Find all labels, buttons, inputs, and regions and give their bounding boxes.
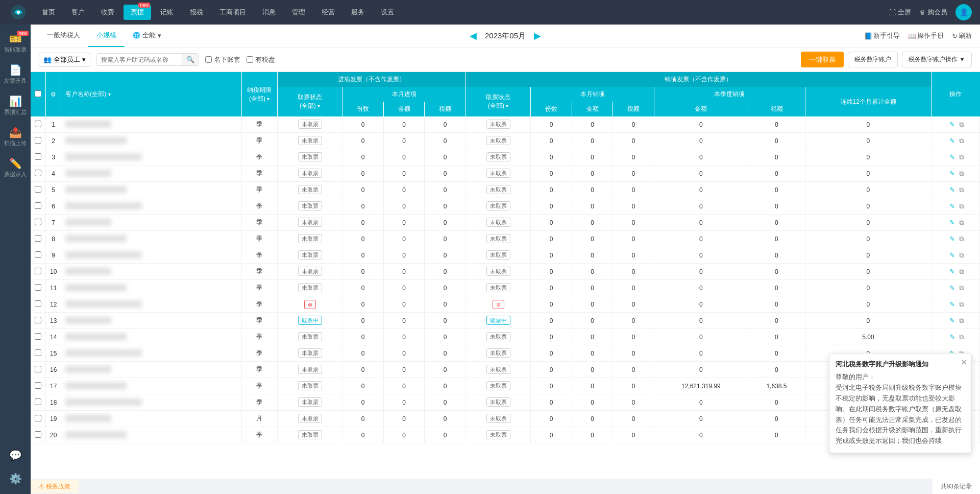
employee-select[interactable]: 👥 全部员工 ▾ — [39, 53, 90, 67]
nav-bookkeeping[interactable]: 记账 — [153, 5, 181, 20]
row-checkbox[interactable] — [35, 186, 41, 193]
edit-button[interactable]: ✎ — [949, 121, 955, 128]
copy-button[interactable]: ⧉ — [959, 333, 964, 341]
row-checkbox-cell[interactable] — [31, 215, 46, 231]
row-in-status-cell[interactable]: 未取票 — [277, 166, 342, 182]
row-checkbox[interactable] — [35, 170, 41, 176]
in-status-badge[interactable]: 未取票 — [298, 430, 322, 439]
row-in-status-cell[interactable]: 未取票 — [277, 362, 342, 378]
in-status-badge[interactable]: 未取票 — [298, 234, 322, 243]
out-status-badge[interactable]: 未取票 — [486, 267, 510, 276]
nav-fee[interactable]: 收费 — [94, 5, 121, 20]
row-checkbox[interactable] — [35, 153, 41, 160]
row-out-status-cell[interactable]: 未取票 — [465, 247, 531, 264]
row-in-status-cell[interactable]: 未取票 — [277, 394, 342, 411]
row-checkbox-cell[interactable] — [31, 362, 46, 378]
row-out-status-cell[interactable]: 未取票 — [465, 280, 531, 296]
copy-button[interactable]: ⧉ — [959, 300, 964, 308]
row-checkbox[interactable] — [35, 202, 41, 209]
row-out-status-cell[interactable]: 未取票 — [465, 133, 531, 149]
edit-button[interactable]: ✎ — [949, 251, 955, 259]
sidebar-item-invoice-open[interactable]: 📄 发票开具 — [0, 60, 31, 89]
tab-general-taxpayer[interactable]: 一般纳税人 — [39, 25, 88, 47]
row-checkbox[interactable] — [35, 317, 41, 323]
row-checkbox-cell[interactable] — [31, 133, 46, 149]
row-in-status-cell[interactable]: 未取票 — [277, 247, 342, 264]
search-button[interactable]: 🔍 — [182, 54, 199, 65]
row-in-status-cell[interactable]: 未取票 — [277, 149, 342, 166]
checkbox-account-input[interactable] — [205, 56, 212, 63]
edit-button[interactable]: ✎ — [949, 317, 955, 324]
in-status-badge[interactable]: 未取票 — [298, 365, 322, 374]
row-checkbox[interactable] — [35, 431, 41, 438]
edit-button[interactable]: ✎ — [949, 153, 955, 161]
copy-button[interactable]: ⧉ — [959, 284, 964, 292]
out-status-badge[interactable]: 未取票 — [486, 185, 510, 194]
out-status-badge[interactable]: 未取票 — [486, 381, 510, 390]
row-out-status-cell[interactable]: 未取票 — [465, 215, 531, 231]
row-checkbox-cell[interactable] — [31, 394, 46, 411]
out-status-badge[interactable]: 未取票 — [486, 169, 510, 178]
row-checkbox[interactable] — [35, 398, 41, 405]
row-checkbox[interactable] — [35, 284, 41, 291]
row-out-status-cell[interactable]: 未取票 — [465, 427, 531, 443]
row-checkbox-cell[interactable] — [31, 313, 46, 329]
copy-button[interactable]: ⧉ — [959, 268, 964, 275]
out-status-badge[interactable]: 未取票 — [486, 218, 510, 227]
in-status-badge[interactable]: 未取票 — [298, 332, 322, 341]
row-out-status-cell[interactable]: 未取票 — [465, 345, 531, 362]
digital-account-actions-button[interactable]: 税务数字账户操作 ▼ — [902, 52, 972, 67]
row-in-status-cell[interactable]: 未取票 — [277, 182, 342, 198]
row-out-status-cell[interactable]: 未取票 — [465, 182, 531, 198]
one-click-ticket-button[interactable]: 一键取票 — [801, 52, 844, 67]
in-status-badge[interactable]: 未取票 — [298, 152, 322, 161]
out-status-badge[interactable]: ⊗ — [493, 300, 504, 309]
row-in-status-cell[interactable]: 未取票 — [277, 411, 342, 427]
row-in-status-cell[interactable]: 未取票 — [277, 231, 342, 247]
row-in-status-cell[interactable]: 未取票 — [277, 427, 342, 443]
row-out-status-cell[interactable]: 未取票 — [465, 116, 531, 133]
copy-button[interactable]: ⧉ — [959, 186, 964, 194]
sidebar-item-scan-upload[interactable]: 📤 扫描上传 — [0, 122, 31, 151]
row-in-status-cell[interactable]: 未取票 — [277, 264, 342, 280]
sidebar-item-smart-ticket[interactable]: 🎫 智能取票 new — [0, 29, 31, 58]
date-prev-button[interactable]: ◀ — [468, 30, 479, 41]
in-status-badge[interactable]: 未取票 — [298, 169, 322, 178]
row-checkbox-cell[interactable] — [31, 149, 46, 166]
row-out-status-cell[interactable]: 未取票 — [465, 378, 531, 394]
copy-button[interactable]: ⧉ — [959, 121, 964, 128]
search-input[interactable] — [97, 54, 182, 65]
in-status-badge[interactable]: 未取票 — [298, 397, 322, 407]
digital-account-button[interactable]: 税务数字账户 — [848, 52, 898, 67]
copy-button[interactable]: ⧉ — [959, 153, 964, 161]
edit-button[interactable]: ✎ — [949, 333, 955, 341]
row-checkbox-cell[interactable] — [31, 247, 46, 264]
row-checkbox-cell[interactable] — [31, 198, 46, 215]
row-checkbox[interactable] — [35, 382, 41, 389]
copy-button[interactable]: ⧉ — [959, 235, 964, 243]
out-status-badge[interactable]: 未取票 — [486, 397, 510, 407]
row-out-status-cell[interactable]: 未取票 — [465, 198, 531, 215]
row-out-status-cell[interactable]: 未取票 — [465, 166, 531, 182]
row-checkbox[interactable] — [35, 333, 41, 340]
row-checkbox[interactable] — [35, 415, 41, 421]
row-checkbox[interactable] — [35, 235, 41, 242]
out-status-badge[interactable]: 未取票 — [486, 348, 510, 358]
row-out-status-cell[interactable]: 未取票 — [465, 264, 531, 280]
out-status-badge[interactable]: 未取票 — [486, 152, 510, 161]
row-in-status-cell[interactable]: 未取票 — [277, 329, 342, 345]
row-in-status-cell[interactable]: 未取票 — [277, 280, 342, 296]
row-checkbox[interactable] — [35, 251, 41, 258]
edit-button[interactable]: ✎ — [949, 284, 955, 292]
in-status-badge[interactable]: 未取票 — [298, 218, 322, 227]
row-checkbox-cell[interactable] — [31, 427, 46, 443]
sidebar-item-invoice-summary[interactable]: 📊 票据汇总 — [0, 91, 31, 120]
row-out-status-cell[interactable]: 取票中 — [465, 313, 531, 329]
edit-button[interactable]: ✎ — [949, 219, 955, 226]
nav-settings[interactable]: 设置 — [374, 5, 401, 20]
in-status-badge[interactable]: 未取票 — [298, 185, 322, 194]
in-status-badge[interactable]: 未取票 — [298, 120, 322, 129]
in-status-badge[interactable]: 未取票 — [298, 250, 322, 260]
in-status-badge[interactable]: 未取票 — [298, 267, 322, 276]
out-status-badge[interactable]: 未取票 — [486, 201, 510, 210]
